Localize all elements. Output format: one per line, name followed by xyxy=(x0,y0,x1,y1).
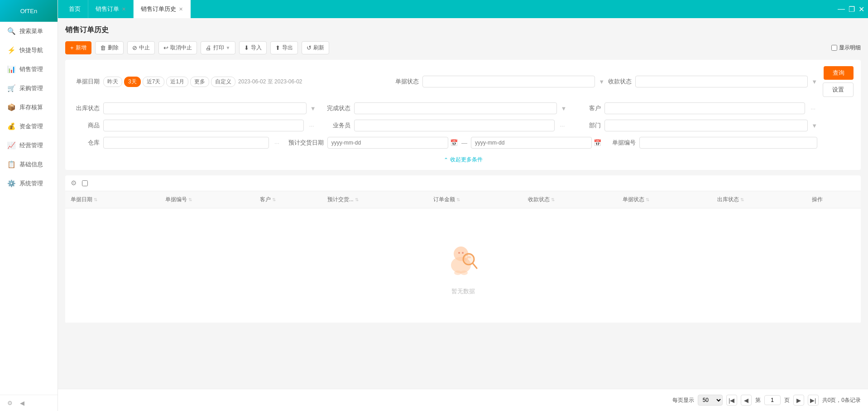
main-area: 首页 销售订单 ✕ 销售订单历史 ✕ — ❐ ✕ 销售订单历史 + 新增 🗑 删… xyxy=(58,0,868,411)
sidebar-item-sys-mgmt[interactable]: ⚙️ 系统管理 xyxy=(0,174,58,193)
svg-point-4 xyxy=(458,252,460,254)
import-button[interactable]: ⬇ 导入 xyxy=(239,41,267,54)
tab-sales-order-history[interactable]: 销售订单历史 ✕ xyxy=(134,0,191,18)
svg-line-3 xyxy=(473,263,477,268)
refresh-label: 刷新 xyxy=(313,44,324,52)
date-label: 单据日期 xyxy=(72,77,100,86)
tab-sales-order[interactable]: 销售订单 ✕ xyxy=(88,0,134,18)
set-button[interactable]: 设置 xyxy=(823,82,854,97)
col-no-sort-icon[interactable]: ⇅ xyxy=(188,197,192,202)
col-customer-label: 客户 xyxy=(260,196,271,203)
filter-out-status: 出库状态 ▼ xyxy=(72,102,316,114)
new-button[interactable]: + 新增 xyxy=(65,41,91,54)
filter-row-4: 仓库 ··· 预计交货日期 📅 — 📅 xyxy=(72,137,854,149)
window-minus-icon[interactable]: — xyxy=(838,5,845,13)
col-delivery-sort-icon[interactable]: ⇅ xyxy=(355,197,359,202)
sidebar-item-base-info[interactable]: 📋 基础信息 xyxy=(0,155,58,174)
complete-status-select[interactable] xyxy=(354,102,557,114)
tab-sales-order-close[interactable]: ✕ xyxy=(122,6,126,12)
col-customer-sort-icon[interactable]: ⇅ xyxy=(272,197,276,202)
customer-ellipsis-icon[interactable]: ··· xyxy=(809,105,817,112)
col-customer: 客户 ⇅ xyxy=(254,191,322,208)
first-page-button[interactable]: |◀ xyxy=(726,395,737,406)
delete-label: 删除 xyxy=(108,44,119,52)
sidebar-item-purchase-mgmt[interactable]: 🛒 采购管理 xyxy=(0,79,58,98)
last-page-button[interactable]: ▶| xyxy=(808,395,819,406)
col-receipt-sort-icon[interactable]: ⇅ xyxy=(551,197,555,202)
show-detail-checkbox-label[interactable]: 显示明细 xyxy=(831,44,861,52)
sidebar-footer: ⚙ ◀ xyxy=(0,395,58,411)
tab-sales-order-history-close[interactable]: ✕ xyxy=(179,6,183,12)
next-page-button[interactable]: ▶ xyxy=(793,395,804,406)
page-input[interactable] xyxy=(764,395,781,405)
status-select[interactable] xyxy=(422,76,595,87)
window-close-icon[interactable]: ✕ xyxy=(858,5,864,14)
chip-1month[interactable]: 近1月 xyxy=(166,77,188,87)
calendar-from-icon[interactable]: 📅 xyxy=(450,139,458,146)
query-button[interactable]: 查询 xyxy=(824,66,854,80)
collapse-button[interactable]: ⌃ 收起更多条件 xyxy=(72,154,854,164)
sidebar-item-label: 搜索菜单 xyxy=(19,27,43,35)
calendar-to-icon[interactable]: 📅 xyxy=(594,139,601,146)
export-button[interactable]: ⬆ 导出 xyxy=(270,41,298,54)
purchase-mgmt-icon: 🛒 xyxy=(7,84,16,92)
col-order-sort-icon[interactable]: ⇅ xyxy=(646,197,649,202)
sidebar-item-quick-nav[interactable]: ⚡ 快捷导航 xyxy=(0,41,58,60)
chip-more[interactable]: 更多 xyxy=(190,77,209,87)
sidebar-item-finance[interactable]: 💰 资金管理 xyxy=(0,117,58,136)
window-restore-icon[interactable]: ❐ xyxy=(849,5,855,14)
chip-today[interactable]: 昨天 xyxy=(103,77,122,87)
dept-select[interactable] xyxy=(604,120,808,131)
sidebar-item-sales-mgmt[interactable]: 📊 销售管理 xyxy=(0,60,58,79)
chip-3days[interactable]: 3天 xyxy=(124,77,141,87)
customer-input[interactable] xyxy=(604,102,805,114)
sidebar-item-label: 销售管理 xyxy=(19,65,43,73)
goods-input[interactable] xyxy=(103,120,304,131)
print-button[interactable]: 🖨 打印 ▼ xyxy=(201,41,235,54)
receipt-status-select[interactable] xyxy=(635,76,808,87)
delivery-date-from-input[interactable] xyxy=(327,137,448,149)
col-out-sort-icon[interactable]: ⇅ xyxy=(740,197,744,202)
sidebar-collapse-icon[interactable]: ◀ xyxy=(20,400,24,406)
pagination-bar: 每页显示 50 10 20 100 |◀ ◀ 第 页 ▶ ▶| 共0页，0条记录 xyxy=(58,389,868,411)
chip-custom[interactable]: 自定义 xyxy=(211,77,235,87)
warehouse-input[interactable] xyxy=(103,137,269,149)
cancel-stop-button[interactable]: ↩ 取消中止 xyxy=(158,41,197,54)
refresh-button[interactable]: ↺ 刷新 xyxy=(302,41,329,54)
import-icon: ⬇ xyxy=(244,44,249,51)
prev-page-button[interactable]: ◀ xyxy=(741,395,752,406)
table-settings-icon[interactable]: ⚙ xyxy=(71,179,77,187)
sidebar-item-inventory[interactable]: 📦 库存核算 xyxy=(0,98,58,117)
col-date-sort-icon[interactable]: ⇅ xyxy=(94,197,97,202)
select-all-checkbox[interactable] xyxy=(82,180,88,186)
sidebar-item-operations[interactable]: 📈 经营管理 xyxy=(0,136,58,155)
col-amount-sort-icon[interactable]: ⇅ xyxy=(456,197,460,202)
delete-button[interactable]: 🗑 删除 xyxy=(95,41,124,54)
date-dash: — xyxy=(461,140,467,146)
goods-ellipsis-icon[interactable]: ··· xyxy=(307,122,316,129)
salesman-input[interactable] xyxy=(354,120,555,131)
empty-text: 暂无数据 xyxy=(451,287,475,295)
out-status-chevron-icon[interactable]: ▼ xyxy=(310,105,316,112)
show-detail-checkbox[interactable] xyxy=(831,45,837,51)
sidebar-item-search-menu[interactable]: 🔍 搜索菜单 xyxy=(0,22,58,41)
complete-chevron-icon[interactable]: ▼ xyxy=(561,105,566,112)
out-status-select[interactable] xyxy=(103,102,307,114)
per-page-select[interactable]: 50 10 20 100 xyxy=(698,395,723,406)
filter-dept: 部门 ▼ xyxy=(574,120,817,131)
order-no-input[interactable] xyxy=(639,137,817,149)
sidebar-settings-icon[interactable]: ⚙ xyxy=(7,400,13,406)
delivery-date-to-input[interactable] xyxy=(471,137,592,149)
salesman-ellipsis-icon[interactable]: ··· xyxy=(558,122,567,129)
receipt-chevron-icon[interactable]: ▼ xyxy=(811,78,817,85)
warehouse-ellipsis-icon[interactable]: ··· xyxy=(273,140,281,146)
finance-icon: 💰 xyxy=(7,122,16,131)
filter-date: 单据日期 昨天 3天 近7天 近1月 更多 自定义 2023-06-02 至 2… xyxy=(72,77,392,87)
customer-label: 客户 xyxy=(574,104,601,112)
tab-home[interactable]: 首页 xyxy=(62,0,88,18)
dept-chevron-icon[interactable]: ▼ xyxy=(811,122,817,129)
svg-point-7 xyxy=(454,271,461,275)
chip-7days[interactable]: 近7天 xyxy=(143,77,165,87)
status-chevron-icon[interactable]: ▼ xyxy=(599,78,604,85)
stop-button[interactable]: ⊘ 中止 xyxy=(127,41,155,54)
